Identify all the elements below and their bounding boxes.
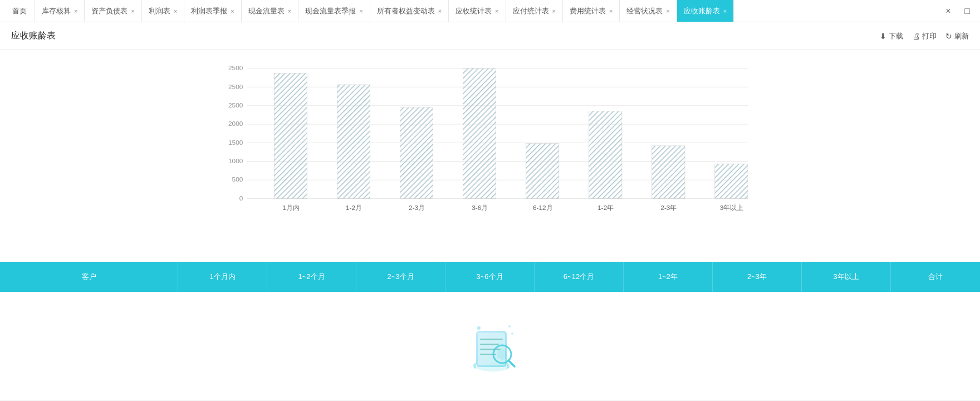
tab-ar-stat[interactable]: 应收统计表 × [449,0,506,22]
svg-text:2500: 2500 [228,101,243,109]
tab-profit[interactable]: 利润表 × [142,0,184,22]
svg-point-35 [477,326,481,330]
svg-text:1-2月: 1-2月 [346,204,362,212]
svg-text:3年以上: 3年以上 [720,204,744,212]
main-content: 2500 2500 2500 2000 1500 1000 500 0 1月内 … [0,50,980,400]
empty-icon [462,314,518,370]
refresh-button[interactable]: ↻ 刷新 [945,31,969,41]
tab-home[interactable]: 首页 [4,0,35,22]
header-actions: ⬇ 下载 🖨 打印 ↻ 刷新 [880,31,969,41]
tab-close-balance[interactable]: × [131,8,134,14]
tab-close-expense-stat[interactable]: × [609,8,612,14]
tab-ar-aging[interactable]: 应收账龄表 × [677,0,734,22]
col-1-2year: 1~2年 [624,262,713,292]
tab-close-ar-aging[interactable]: × [723,8,727,14]
print-button[interactable]: 🖨 打印 [912,31,937,41]
tab-inventory[interactable]: 库存核算 × [35,0,85,22]
window-maximize-button[interactable]: □ [959,3,976,19]
svg-text:1000: 1000 [228,157,243,165]
svg-text:6-12月: 6-12月 [533,204,553,212]
svg-point-33 [497,349,508,360]
svg-text:1500: 1500 [228,139,243,146]
tab-equity[interactable]: 所有者权益变动表 × [370,0,449,22]
col-1month: 1个月内 [178,262,267,292]
tab-close-cashflow[interactable]: × [288,8,291,14]
svg-point-36 [508,325,511,327]
tab-cashflow[interactable]: 现金流量表 × [242,0,298,22]
bar-2-3年 [652,146,685,199]
tab-cashflow-quarterly[interactable]: 现金流量表季报 × [298,0,370,22]
col-total: 合计 [891,262,980,292]
tab-ap-stat[interactable]: 应付统计表 × [506,0,563,22]
print-icon: 🖨 [912,32,920,41]
col-customer: 客户 [0,262,178,292]
refresh-icon: ↻ [945,32,952,41]
col-6-12month: 6~12个月 [535,262,624,292]
svg-text:2500: 2500 [228,64,243,72]
svg-text:2-3年: 2-3年 [660,204,677,212]
table-header: 客户 1个月内 1~2个月 2~3个月 3~6个月 6~12个月 1~2年 2~… [0,262,980,292]
svg-text:3-6月: 3-6月 [472,204,488,212]
tab-bar-actions: × □ [940,3,976,19]
col-2-3year: 2~3年 [713,262,802,292]
tab-close-equity[interactable]: × [438,8,442,14]
bar-2-3月 [400,107,433,199]
tab-profit-quarterly[interactable]: 利润表季报 × [184,0,241,22]
col-3-6month: 3~6个月 [445,262,535,292]
col-1-2month: 1~2个月 [267,262,356,292]
bar-3-6月 [463,69,496,199]
svg-text:0: 0 [239,194,243,202]
download-button[interactable]: ⬇ 下载 [880,31,903,41]
tab-close-cashflow-quarterly[interactable]: × [359,8,362,14]
svg-point-37 [511,332,513,335]
tab-close-ar-stat[interactable]: × [495,8,498,14]
svg-text:1-2年: 1-2年 [597,204,614,212]
tab-balance[interactable]: 资产负债表 × [85,0,141,22]
tab-close-operation[interactable]: × [666,8,669,14]
bar-3年以上 [715,164,748,198]
col-3plus-year: 3年以上 [802,262,891,292]
empty-state [0,292,980,392]
chart-area: 2500 2500 2500 2000 1500 1000 500 0 1月内 … [0,50,980,262]
tab-close-profit[interactable]: × [174,8,177,14]
tab-operation[interactable]: 经营状况表 × [620,0,677,22]
svg-text:2500: 2500 [228,83,243,91]
bar-chart: 2500 2500 2500 2000 1500 1000 500 0 1月内 … [22,61,958,217]
tab-close-ap-stat[interactable]: × [552,8,556,14]
page-title: 应收账龄表 [11,30,56,42]
download-icon: ⬇ [880,32,886,41]
bar-1-2月 [337,85,370,199]
bar-6-12月 [526,144,559,199]
empty-illustration [462,314,523,375]
page-header: 应收账龄表 ⬇ 下载 🖨 打印 ↻ 刷新 [0,22,980,50]
svg-text:2-3月: 2-3月 [409,204,425,212]
tab-expense-stat[interactable]: 费用统计表 × [563,0,620,22]
bar-1月内 [274,74,307,199]
svg-text:1月内: 1月内 [282,204,300,212]
window-close-button[interactable]: × [940,3,957,19]
tab-close-inventory[interactable]: × [74,8,77,14]
tab-close-profit-quarterly[interactable]: × [231,8,234,14]
svg-text:2000: 2000 [228,120,243,128]
bar-1-2年 [589,111,622,198]
svg-text:500: 500 [232,175,243,183]
col-2-3month: 2~3个月 [356,262,445,292]
tab-bar: 首页 库存核算 × 资产负债表 × 利润表 × 利润表季报 × 现金流量表 × … [0,0,980,22]
